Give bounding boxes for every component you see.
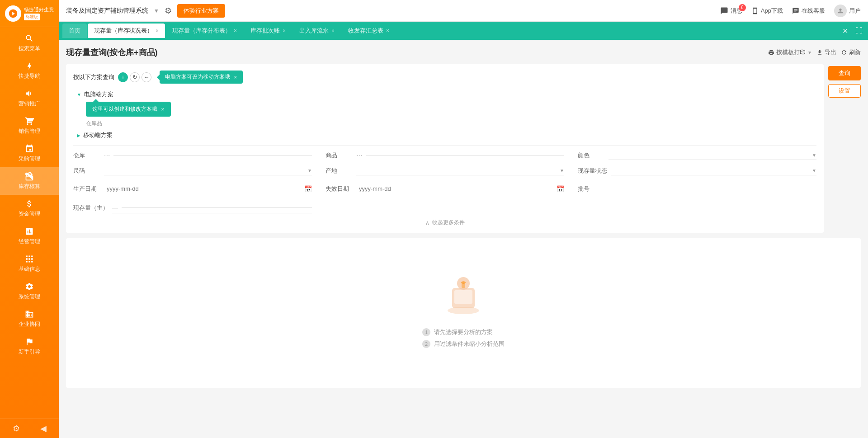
- size-input-wrap[interactable]: ▼: [104, 166, 312, 175]
- template-print-btn[interactable]: 按模板打印 ▼: [768, 48, 812, 57]
- exp-date-input[interactable]: [356, 184, 557, 194]
- prod-date-input-wrap: 📅: [104, 182, 312, 196]
- scheme-tree: ▼ 电脑端方案 这里可以创建和修改方案哦 × 仓库品: [77, 89, 816, 141]
- filter-back-btn[interactable]: ←: [142, 72, 151, 82]
- trial-btn[interactable]: 体验行业方案: [177, 4, 225, 18]
- header-msg[interactable]: 6 消息: [720, 7, 742, 15]
- page-title: 现存量查询(按仓库+商品): [66, 47, 158, 58]
- filter-header: 按以下方案查询 + ↻ ← 电脑方案可设为移动方案哦 ×: [73, 71, 816, 84]
- color-label: 颜色: [578, 151, 605, 160]
- size-label: 尺码: [73, 167, 100, 175]
- sidebar-item-sales[interactable]: 销售管理: [0, 112, 59, 140]
- tab-inout-flow[interactable]: 出入库流水 ×: [293, 24, 341, 38]
- exp-date-label: 失效日期: [326, 185, 353, 193]
- filter-divider: [73, 145, 816, 146]
- empty-steps: 1 请先选择要分析的方案 2 用过滤条件来缩小分析范围: [422, 328, 505, 352]
- svg-rect-4: [462, 283, 465, 288]
- scheme-pc-label: 电脑端方案: [84, 90, 113, 99]
- template-print-label: 按模板打印: [776, 48, 806, 57]
- stock-main-dash: —: [112, 204, 118, 211]
- search-btn[interactable]: 查询: [828, 66, 861, 80]
- empty-state: 1 请先选择要分析的方案 2 用过滤条件来缩小分析范围: [66, 238, 861, 388]
- tabs-right-actions: ✕ ⛶: [840, 25, 864, 37]
- sidebar-item-system[interactable]: 系统管理: [0, 278, 59, 305]
- prod-date-calendar-icon[interactable]: 📅: [304, 185, 312, 193]
- system-dropdown-btn[interactable]: ▼: [154, 8, 159, 14]
- template-print-dropdown[interactable]: ▼: [807, 50, 812, 55]
- step-1-text: 请先选择要分析的方案: [434, 328, 493, 336]
- tab-fullscreen-btn[interactable]: ⛶: [854, 25, 864, 37]
- warehouse-more-icon: ···: [104, 151, 110, 160]
- sidebar-item-finance[interactable]: 资金管理: [0, 195, 59, 222]
- scheme-pc-item[interactable]: ▼ 电脑端方案: [77, 89, 816, 100]
- sidebar-item-purchase[interactable]: 采购管理: [0, 140, 59, 167]
- tooltip-plan-close[interactable]: ×: [234, 74, 237, 80]
- tab-receipt-summary[interactable]: 收发存汇总表 ×: [342, 24, 396, 38]
- filter-outer: 按以下方案查询 + ↻ ← 电脑方案可设为移动方案哦 ×: [66, 64, 861, 233]
- refresh-btn[interactable]: 刷新: [841, 48, 861, 57]
- tooltip-create-text: 这里可以创建和修改方案哦: [92, 105, 157, 113]
- empty-step-2: 2 用过滤条件来缩小分析范围: [422, 340, 505, 348]
- sidebar-settings-btn[interactable]: ⚙: [13, 424, 20, 433]
- tab-inout-flow-close[interactable]: ×: [331, 28, 335, 33]
- stock-main-label: 现存量（主）: [73, 204, 108, 212]
- sidebar-item-quick[interactable]: 快捷导航: [0, 57, 59, 85]
- batch-label: 批号: [578, 185, 605, 193]
- exp-date-calendar-icon[interactable]: 📅: [557, 185, 564, 193]
- tab-batch-ledger-close[interactable]: ×: [283, 28, 286, 33]
- filter-refresh-btn[interactable]: ↻: [130, 72, 140, 82]
- batch-input-wrap: [609, 187, 816, 191]
- filter-add-btn[interactable]: +: [118, 72, 128, 82]
- tab-inventory-status[interactable]: 现存量（库存状况表） ×: [88, 24, 165, 38]
- sidebar: 畅捷通好生意 标准版 搜索菜单 快捷导航 营销推广 销售管理 采购管理 库存核算: [0, 0, 59, 438]
- tab-home[interactable]: 首页: [62, 24, 87, 38]
- color-dropdown-icon: ▼: [812, 153, 816, 158]
- sidebar-bottom: ⚙ ◀: [0, 419, 59, 438]
- tab-inventory-status-close[interactable]: ×: [156, 28, 159, 33]
- tooltip-create-close[interactable]: ×: [161, 106, 165, 113]
- sidebar-collapse-btn[interactable]: ◀: [40, 424, 47, 433]
- sidebar-item-basic-label: 基础信息: [19, 265, 40, 273]
- sidebar-item-guide[interactable]: 新手引导: [0, 333, 59, 360]
- filter-stock-main-row: 现存量（主） —: [73, 203, 312, 213]
- origin-input-wrap[interactable]: ▼: [356, 166, 564, 175]
- sidebar-item-enterprise[interactable]: 企业协同: [0, 305, 59, 333]
- sidebar-logo: 畅捷通好生意 标准版: [0, 0, 59, 27]
- tab-batch-ledger[interactable]: 库存批次账 ×: [244, 24, 292, 38]
- header-service[interactable]: 在线客服: [792, 7, 825, 15]
- scheme-mobile-item[interactable]: ▶ 移动端方案: [77, 130, 816, 141]
- tab-inventory-dist[interactable]: 现存量（库存分布表） ×: [166, 24, 243, 38]
- sidebar-item-search[interactable]: 搜索菜单: [0, 29, 59, 57]
- sidebar-item-marketing[interactable]: 营销推广: [0, 85, 59, 112]
- data-table-area: 1 请先选择要分析的方案 2 用过滤条件来缩小分析范围: [66, 238, 861, 388]
- sidebar-item-system-label: 系统管理: [19, 293, 40, 301]
- sidebar-item-basic[interactable]: 基础信息: [0, 250, 59, 278]
- header-user[interactable]: 用户: [834, 5, 861, 17]
- empty-illustration: [441, 274, 486, 321]
- header-settings-btn[interactable]: ⚙: [165, 6, 172, 16]
- tab-inventory-dist-close[interactable]: ×: [234, 28, 237, 33]
- tab-batch-ledger-label: 库存批次账: [250, 27, 280, 35]
- stock-main-input-wrap: —: [112, 203, 312, 213]
- stock-status-input-wrap[interactable]: ▼: [611, 166, 816, 175]
- stock-main-input-right[interactable]: [122, 207, 312, 208]
- tab-close-all-btn[interactable]: ✕: [840, 25, 850, 37]
- logo-icon: [5, 5, 21, 22]
- color-input-wrap[interactable]: ▼: [609, 151, 816, 160]
- export-btn[interactable]: 导出: [816, 48, 836, 57]
- filter-prod-date-row: 生产日期 📅: [73, 182, 312, 196]
- filter-stock-status-row: 现存量状态 ▼: [578, 166, 816, 175]
- reset-btn[interactable]: 设置: [828, 84, 861, 98]
- filter-collapse-btn[interactable]: ∧ 收起更多条件: [73, 219, 816, 226]
- export-label: 导出: [825, 48, 836, 57]
- service-label: 在线客服: [802, 7, 825, 15]
- filter-origin-row: 产地 ▼: [326, 166, 564, 175]
- sidebar-item-operations[interactable]: 经营管理: [0, 222, 59, 250]
- scheme-mobile-expand-icon: ▶: [77, 133, 80, 138]
- tab-receipt-summary-close[interactable]: ×: [386, 28, 389, 33]
- prod-date-input[interactable]: [104, 184, 304, 194]
- filter-color-row: 颜色 ▼: [578, 151, 816, 160]
- scheme-mobile-item-row[interactable]: ▶ 移动端方案: [77, 130, 816, 141]
- sidebar-item-inventory[interactable]: 库存核算: [0, 167, 59, 195]
- header-app[interactable]: App下载: [751, 7, 783, 15]
